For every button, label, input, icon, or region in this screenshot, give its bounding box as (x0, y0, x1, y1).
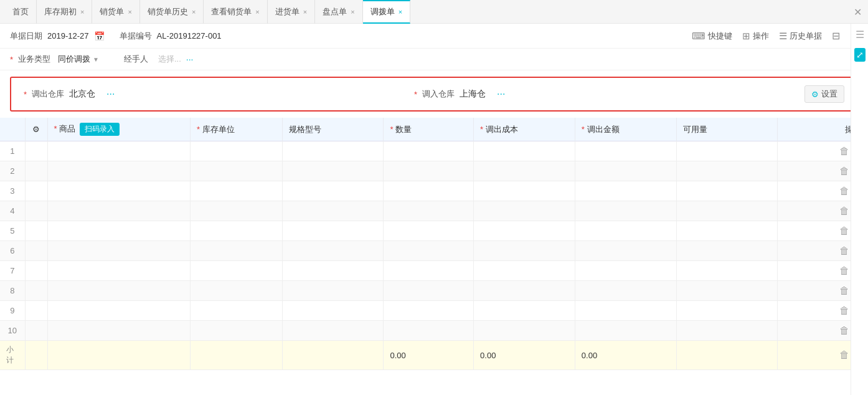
table-row: 4 🗑⧉ (0, 201, 868, 221)
form-header: 单据日期 2019-12-27 📅 单据编号 AL-20191227-001 ⌨… (0, 24, 868, 49)
table-row: 8 🗑⧉ (0, 281, 868, 301)
doc-value: AL-20191227-001 (157, 31, 222, 40)
col-unit: * 库存单位 (191, 118, 283, 141)
table-row: 1 🗑⧉ (0, 141, 868, 161)
table-section: ⚙ * 商品 扫码录入 * 库存单位 规格型号 * 数量 (0, 118, 868, 395)
warehouse-in-field: * 调入仓库 上海仓 ··· (414, 88, 804, 100)
warehouse-out-label: 调出仓库 (32, 88, 64, 100)
close-icon[interactable]: × (128, 8, 131, 16)
col-settings[interactable]: ⚙ (25, 118, 47, 141)
table-row: 10 🗑⧉ (0, 321, 868, 341)
col-avail: 可用量 (676, 118, 778, 141)
close-icon[interactable]: × (399, 8, 402, 16)
person-input[interactable]: 选择... (158, 54, 181, 65)
warehouse-in-ellipsis-button[interactable]: ··· (497, 88, 505, 100)
person-field: 经手人 选择... ··· (124, 54, 194, 65)
subtotal-cost: 0.00 (474, 341, 575, 370)
shortcut-action[interactable]: ⌨ 快捷键 (692, 31, 732, 42)
close-icon[interactable]: × (255, 8, 259, 16)
delete-icon[interactable]: 🗑 (839, 226, 849, 237)
warehouse-section: * 调出仓库 北京仓 ··· * 调入仓库 上海仓 ··· ⚙ 设置 (10, 77, 858, 112)
doc-label: 单据编号 (120, 31, 152, 42)
calendar-icon[interactable]: 📅 (94, 31, 105, 41)
delete-icon[interactable]: 🗑 (839, 350, 849, 361)
row-number-cell: 9 (0, 301, 25, 321)
doc-field: 单据编号 AL-20191227-001 (120, 31, 222, 42)
table-header-row: ⚙ * 商品 扫码录入 * 库存单位 规格型号 * 数量 (0, 118, 868, 141)
warehouse-in-value[interactable]: 上海仓 (460, 88, 486, 100)
person-ellipsis-button[interactable]: ··· (186, 54, 194, 64)
warehouse-in-label: 调入仓库 (422, 88, 455, 100)
req-star-in: * (414, 90, 417, 99)
business-row: * 业务类型 同价调拨 ▼ 经手人 选择... ··· (0, 49, 868, 70)
row-number-cell: 4 (0, 201, 25, 221)
delete-icon[interactable]: 🗑 (839, 285, 849, 297)
main-content: 单据日期 2019-12-27 📅 单据编号 AL-20191227-001 ⌨… (0, 24, 868, 395)
close-icon[interactable]: × (351, 8, 354, 16)
delete-icon[interactable]: 🗑 (839, 325, 849, 336)
delete-icon[interactable]: 🗑 (839, 265, 849, 277)
notes-icon[interactable]: ☰ (856, 29, 864, 40)
col-amount: * 调出金额 (575, 118, 676, 141)
tab-purchase[interactable]: 进货单 × (268, 0, 315, 24)
row-number-cell: 1 (0, 141, 25, 161)
date-value: 2019-12-27 (47, 31, 89, 40)
tab-transfer[interactable]: 调拨单 × (363, 0, 410, 24)
subtotal-qty: 0.00 (384, 341, 474, 370)
history-action[interactable]: ☰ 历史单据 (779, 31, 822, 42)
business-type-label: 业务类型 (18, 54, 50, 65)
data-table: ⚙ * 商品 扫码录入 * 库存单位 规格型号 * 数量 (0, 118, 868, 370)
table-row: 小计 0.00 0.00 0.00 🗑⧉ (0, 341, 868, 370)
row-number-cell: 6 (0, 241, 25, 261)
row-number-cell: 8 (0, 281, 25, 301)
row-number-cell: 3 (0, 181, 25, 201)
chevron-down-icon: ▼ (93, 56, 99, 63)
tab-sales-order[interactable]: 销货单 × (92, 0, 139, 24)
table-row: 6 🗑⧉ (0, 241, 868, 261)
window-close-button[interactable]: ✕ (854, 6, 862, 17)
delete-icon[interactable]: 🗑 (839, 206, 849, 217)
tab-inventory-check[interactable]: 盘点单 × (315, 0, 362, 24)
warehouse-out-value[interactable]: 北京仓 (69, 88, 95, 100)
tab-inventory-init[interactable]: 库存期初 × (37, 0, 92, 24)
close-icon[interactable]: × (192, 8, 196, 16)
col-cost: * 调出成本 (474, 118, 575, 141)
table-row: 7 🗑⧉ (0, 261, 868, 281)
form-header-right: ⌨ 快捷键 ⊞ 操作 ☰ 历史单据 ⊟ ⊞ (692, 30, 858, 42)
person-label: 经手人 (124, 54, 148, 65)
delete-icon[interactable]: 🗑 (839, 305, 849, 316)
expand-icon[interactable]: ⤢ (854, 48, 866, 62)
warehouse-out-ellipsis-button[interactable]: ··· (106, 88, 115, 100)
shortcut-icon: ⌨ (692, 31, 705, 42)
scan-button[interactable]: 扫码录入 (80, 123, 120, 136)
col-spec: 规格型号 (282, 118, 384, 141)
row-number-cell: 10 (0, 321, 25, 341)
row-number-cell: 5 (0, 221, 25, 241)
delete-icon[interactable]: 🗑 (839, 166, 849, 177)
close-icon[interactable]: × (80, 8, 84, 16)
table-row: 3 🗑⧉ (0, 181, 868, 201)
delete-icon[interactable]: 🗑 (839, 186, 849, 197)
req-star: * (10, 55, 13, 64)
close-icon[interactable]: × (303, 8, 307, 16)
settings-button[interactable]: ⚙ 设置 (804, 85, 844, 103)
row-number-cell: 7 (0, 261, 25, 281)
col-qty: * 数量 (384, 118, 474, 141)
delete-icon[interactable]: 🗑 (839, 146, 849, 157)
table-row: 5 🗑⧉ (0, 221, 868, 241)
col-index (0, 118, 25, 141)
tab-view-sales[interactable]: 查看销货单 × (204, 0, 267, 24)
date-field: 单据日期 2019-12-27 📅 (10, 31, 105, 42)
gear-icon: ⚙ (811, 90, 819, 99)
business-type-value: 同价调拨 (58, 54, 90, 65)
tab-home[interactable]: 首页 (5, 0, 37, 24)
delete-icon[interactable]: 🗑 (839, 245, 849, 257)
layout-icon[interactable]: ⊟ (832, 30, 840, 42)
business-type-select[interactable]: 同价调拨 ▼ (58, 54, 99, 65)
row-number-cell: 2 (0, 161, 25, 181)
tab-sales-history[interactable]: 销货单历史 × (140, 0, 204, 24)
operation-action[interactable]: ⊞ 操作 (742, 31, 769, 42)
warehouse-out-field: * 调出仓库 北京仓 ··· (24, 88, 414, 100)
tab-bar: 首页 库存期初 × 销货单 × 销货单历史 × 查看销货单 × 进货单 × 盘点… (0, 0, 868, 24)
history-icon: ☰ (779, 31, 787, 42)
